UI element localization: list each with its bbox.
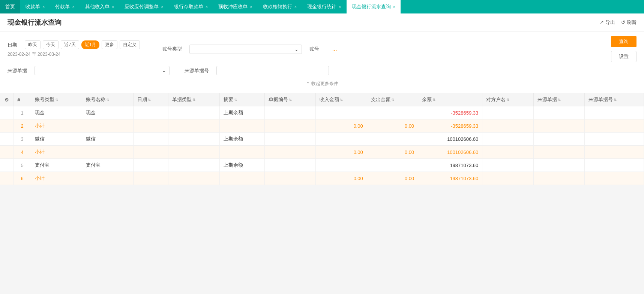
date-btn-7days[interactable]: 近7天: [61, 40, 79, 49]
table-cell: 小计: [31, 172, 82, 185]
account-label: 账号: [309, 46, 324, 52]
settings-button[interactable]: 设置: [611, 51, 636, 62]
table-cell: [533, 172, 584, 185]
th-source-doc-no[interactable]: 来源单据号⇅: [585, 93, 644, 106]
th-expense[interactable]: 支出金额⇅: [367, 93, 418, 106]
th-balance[interactable]: 余额⇅: [418, 93, 482, 106]
nav-close-icon[interactable]: ×: [72, 0, 74, 13]
source-doc-num-input[interactable]: [216, 66, 329, 75]
nav-item-收款单[interactable]: 收款单×: [20, 0, 50, 13]
table-cell: [219, 119, 264, 133]
query-button[interactable]: 查询: [611, 36, 636, 47]
nav-close-icon[interactable]: ×: [42, 0, 45, 13]
date-filter-group: 日期 昨天 今天 近7天 近1月 更多 自定义 2023-02-24 至 202…: [8, 40, 140, 58]
table-cell: 上期余额: [219, 133, 264, 146]
date-buttons: 日期 昨天 今天 近7天 近1月 更多 自定义: [8, 40, 140, 49]
nav-close-icon[interactable]: ×: [206, 0, 208, 13]
nav-item-付款单[interactable]: 付款单×: [50, 0, 80, 13]
date-btn-custom[interactable]: 自定义: [120, 40, 140, 49]
table-cell: [168, 146, 219, 159]
nav-item-现金银行统计[interactable]: 现金银行统计×: [302, 0, 346, 13]
nav-item-预收冲应收单[interactable]: 预收冲应收单×: [213, 0, 257, 13]
th-income[interactable]: 收入金额⇅: [316, 93, 367, 106]
nav-close-icon[interactable]: ×: [112, 0, 114, 13]
table-cell: [533, 119, 584, 133]
table-cell: [482, 133, 533, 146]
table-cell: [585, 146, 644, 159]
nav-item-应收应付调整单[interactable]: 应收应付调整单×: [119, 0, 168, 13]
date-range-display: 2023-02-24 至 2023-03-24: [8, 51, 140, 58]
table-cell: 支付宝: [82, 159, 133, 172]
page-header: 现金银行流水查询 ↗ 导出 ↺ 刷新: [0, 13, 644, 31]
table-cell: -3528659.33: [418, 106, 482, 119]
nav-close-icon[interactable]: ×: [393, 0, 395, 13]
th-doc-type[interactable]: 单据类型⇅: [168, 93, 219, 106]
th-account-name[interactable]: 账号名称⇅: [82, 93, 133, 106]
table-cell: [585, 106, 644, 119]
export-button[interactable]: ↗ 导出: [600, 19, 615, 26]
table-cell: [482, 106, 533, 119]
th-source-doc[interactable]: 来源单据⇅: [533, 93, 584, 106]
table-container: ⚙ # 账号类型⇅ 账号名称⇅ 日期⇅ 单据类型⇅ 摘要⇅ 单据编号⇅ 收入金额…: [0, 93, 644, 185]
table-cell: [82, 146, 133, 159]
table-cell: 2: [14, 119, 31, 133]
table-cell: [168, 119, 219, 133]
source-doc-select[interactable]: ⌄: [35, 66, 170, 75]
refresh-icon: ↺: [621, 19, 625, 25]
table-cell: [533, 159, 584, 172]
table-cell: 100102606.60: [418, 146, 482, 159]
collapse-button[interactable]: ⌃ 收起更多条件: [8, 79, 636, 88]
th-index: #: [14, 93, 31, 106]
date-btn-more[interactable]: 更多: [102, 40, 117, 49]
date-btn-1month[interactable]: 近1月: [81, 40, 100, 49]
account-dots-button[interactable]: ...: [332, 46, 337, 52]
nav-item-其他收入单[interactable]: 其他收入单×: [80, 0, 119, 13]
th-settings[interactable]: ⚙: [0, 93, 14, 106]
table-cell: [264, 106, 315, 119]
filter-row-2: 来源单据 ⌄ 来源单据号: [8, 66, 636, 75]
table-cell: [482, 146, 533, 159]
nav-close-icon[interactable]: ×: [294, 0, 297, 13]
table-cell: [0, 159, 14, 172]
th-summary[interactable]: 摘要⇅: [219, 93, 264, 106]
table-cell: [482, 172, 533, 185]
table-cell: [264, 146, 315, 159]
th-date[interactable]: 日期⇅: [133, 93, 168, 106]
table-cell: [219, 146, 264, 159]
nav-item-收款核销执行[interactable]: 收款核销执行×: [258, 0, 302, 13]
table-cell: [585, 133, 644, 146]
table-cell: 现金: [31, 106, 82, 119]
table-cell: 4: [14, 146, 31, 159]
table-cell: 0.00: [367, 146, 418, 159]
table-cell: [367, 133, 418, 146]
table-row: 3微信微信上期余额100102606.60: [0, 133, 644, 146]
refresh-label: 刷新: [627, 19, 636, 26]
account-type-select[interactable]: ⌄: [189, 45, 302, 54]
th-account-type[interactable]: 账号类型⇅: [31, 93, 82, 106]
table-cell: [533, 133, 584, 146]
nav-close-icon[interactable]: ×: [250, 0, 252, 13]
table-cell: [168, 172, 219, 185]
nav-item-首页[interactable]: 首页: [0, 0, 20, 13]
table-cell: 3: [14, 133, 31, 146]
table-cell: [82, 172, 133, 185]
table-cell: 微信: [82, 133, 133, 146]
nav-close-icon[interactable]: ×: [161, 0, 163, 13]
table-cell: [264, 172, 315, 185]
date-btn-yesterday[interactable]: 昨天: [25, 40, 41, 49]
nav-close-icon[interactable]: ×: [339, 0, 341, 13]
table-cell: [264, 133, 315, 146]
table-cell: 1: [14, 106, 31, 119]
th-doc-no[interactable]: 单据编号⇅: [264, 93, 315, 106]
table-cell: 小计: [31, 119, 82, 133]
refresh-button[interactable]: ↺ 刷新: [621, 19, 636, 26]
table-cell: [585, 119, 644, 133]
table-cell: 6: [14, 172, 31, 185]
date-btn-today[interactable]: 今天: [43, 40, 59, 49]
th-counterpart[interactable]: 对方户名⇅: [482, 93, 533, 106]
nav-item-银行存取款单[interactable]: 银行存取款单×: [169, 0, 213, 13]
nav-item-现金银行流水查询[interactable]: 现金银行流水查询×: [347, 0, 401, 13]
table-cell: 微信: [31, 133, 82, 146]
account-type-label: 账号类型: [162, 46, 182, 52]
page-title: 现金银行流水查询: [8, 18, 62, 27]
